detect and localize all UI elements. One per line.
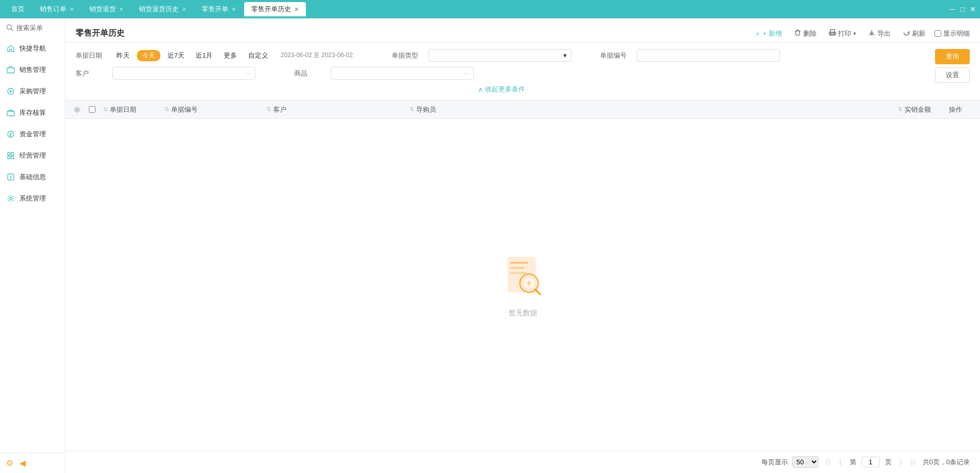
show-detail-label: 显示明细 — [943, 29, 970, 38]
tab-sales-return-history-label: 销货退货历史 — [139, 5, 179, 14]
customer-input[interactable]: ··· — [112, 67, 255, 80]
svg-rect-19 — [510, 272, 527, 274]
tab-retail-order-label: 零售开单 — [202, 5, 228, 14]
svg-point-14 — [834, 33, 835, 34]
date-option-yesterday[interactable]: 昨天 — [112, 50, 134, 61]
svg-point-11 — [10, 197, 12, 200]
tab-sales-return-history-close[interactable]: ✕ — [182, 6, 186, 13]
svg-rect-8 — [8, 156, 10, 159]
select-all-input[interactable] — [89, 106, 95, 113]
refresh-button[interactable]: 刷新 — [900, 27, 928, 40]
customer-label: 客户 — [76, 69, 104, 78]
date-options: 昨天 今天 近7天 近1月 更多 自定义 — [112, 50, 272, 61]
th-customer-label: 客户 — [273, 105, 286, 114]
tab-home[interactable]: 首页 — [4, 2, 32, 16]
close-btn[interactable]: ✕ — [970, 5, 976, 13]
number-input[interactable] — [637, 49, 780, 62]
finance-icon — [6, 130, 15, 139]
sidebar-item-inventory[interactable]: 库存核算 — [0, 102, 65, 123]
select-all-checkbox[interactable] — [85, 106, 99, 113]
tab-sales-order[interactable]: 销售订单 ✕ — [33, 2, 81, 16]
export-button[interactable]: 导出 — [865, 27, 894, 40]
tab-sales-order-close[interactable]: ✕ — [69, 6, 74, 13]
page-label-suffix: 页 — [882, 457, 895, 468]
th-customer[interactable]: ⇅ 客户 — [262, 105, 405, 114]
sidebar-item-system[interactable]: 系统管理 — [0, 188, 65, 209]
print-button[interactable]: 打印 ▾ — [826, 27, 859, 40]
sidebar-item-purchase-label: 采购管理 — [19, 87, 46, 96]
minimize-btn[interactable]: ─ — [950, 5, 955, 13]
sidebar-item-quick-nav[interactable]: 快捷导航 — [0, 38, 65, 59]
th-date[interactable]: ⇅ 单据日期 — [99, 105, 160, 114]
th-amount[interactable]: ⇅ 实销金额 — [874, 105, 935, 114]
table-header: ⇅ 单据日期 ⇅ 单据编号 ⇅ 客户 ⇅ 导购员 ⇅ 实销 — [65, 101, 980, 119]
print-dropdown-icon: ▾ — [853, 31, 856, 36]
delete-button[interactable]: 删除 — [791, 27, 820, 40]
page-title: 零售开单历史 — [76, 28, 125, 39]
sidebar-item-purchase[interactable]: 采购管理 — [0, 81, 65, 102]
first-page-btn[interactable]: ⟨⟨ — [823, 457, 834, 467]
date-option-today[interactable]: 今天 — [137, 50, 160, 61]
empty-state: 暂无数据 — [65, 119, 980, 451]
sidebar-search-label: 搜索采单 — [16, 23, 43, 33]
svg-rect-17 — [510, 262, 528, 264]
tab-retail-history-label: 零售开单历史 — [251, 5, 291, 14]
page-header: 零售开单历史 ＋ + 新增 删除 — [65, 18, 980, 43]
tab-retail-history[interactable]: 零售开单历史 ✕ — [244, 2, 306, 16]
refresh-icon — [903, 29, 910, 38]
tab-sales-order-label: 销售订单 — [40, 5, 66, 14]
page-number-input[interactable] — [862, 457, 880, 467]
sales-icon — [6, 65, 15, 74]
tab-sales-return-history[interactable]: 销货退货历史 ✕ — [132, 2, 194, 16]
sidebar-item-sales[interactable]: 销售管理 — [0, 59, 65, 81]
goods-input[interactable]: ··· — [331, 67, 474, 80]
setting-button[interactable]: 设置 — [935, 67, 970, 83]
sort-icon-customer: ⇅ — [267, 106, 271, 113]
show-detail-checkbox[interactable]: 显示明细 — [935, 29, 970, 38]
add-button[interactable]: ＋ + 新增 — [751, 27, 785, 40]
last-page-btn[interactable]: ⟩⟩ — [907, 457, 919, 467]
svg-rect-4 — [7, 111, 14, 116]
date-option-custom[interactable]: 自定义 — [244, 50, 272, 61]
prev-page-btn[interactable]: ⟨ — [836, 457, 845, 467]
pagination: 每页显示 20 50 100 200 ⟨⟨ ⟨ 第 页 ⟩ ⟩⟩ 共0页，0条记… — [65, 451, 980, 473]
sidebar-item-finance-label: 资金管理 — [19, 130, 46, 139]
maximize-btn[interactable]: □ — [961, 5, 965, 13]
export-icon — [868, 29, 875, 38]
svg-rect-7 — [11, 153, 14, 155]
number-label: 单据编号 — [600, 51, 629, 60]
basic-info-icon — [6, 172, 15, 182]
date-option-7days[interactable]: 近7天 — [163, 50, 188, 61]
next-page-btn[interactable]: ⟩ — [897, 457, 905, 467]
tab-home-label: 首页 — [11, 5, 25, 14]
inventory-icon — [6, 108, 15, 117]
per-page-select[interactable]: 20 50 100 200 — [792, 456, 819, 468]
empty-icon — [497, 252, 548, 303]
sidebar-item-operations[interactable]: 经营管理 — [0, 145, 65, 166]
tab-sales-return[interactable]: 销货退货 ✕ — [82, 2, 131, 16]
sidebar-search[interactable]: 搜索采单 — [0, 18, 65, 38]
date-option-more[interactable]: 更多 — [220, 50, 241, 61]
tab-retail-order-close[interactable]: ✕ — [231, 6, 236, 13]
type-select[interactable]: ▾ — [428, 49, 571, 62]
show-detail-input[interactable] — [935, 30, 941, 37]
tab-sales-return-close[interactable]: ✕ — [119, 6, 124, 13]
th-number[interactable]: ⇅ 单据编号 — [160, 105, 262, 114]
settings-icon[interactable]: ⚙ — [6, 458, 13, 468]
th-guide[interactable]: ⇅ 导购员 — [405, 105, 487, 114]
sidebar-item-basic-info[interactable]: 基础信息 — [0, 166, 65, 188]
main-layout: 搜索采单 快捷导航 销售管理 — [0, 18, 980, 473]
query-button[interactable]: 查询 — [935, 49, 970, 64]
svg-line-1 — [11, 29, 13, 31]
date-option-1month[interactable]: 近1月 — [192, 50, 217, 61]
tab-retail-order[interactable]: 零售开单 ✕ — [195, 2, 243, 16]
tab-retail-history-close[interactable]: ✕ — [294, 6, 299, 13]
date-label: 单据日期 — [76, 51, 104, 60]
collapse-sidebar-icon[interactable]: ◀ — [19, 458, 26, 468]
delete-label: 删除 — [803, 29, 817, 38]
sidebar-item-operations-label: 经营管理 — [19, 151, 46, 160]
column-settings-btn[interactable] — [69, 106, 85, 113]
sidebar: 搜索采单 快捷导航 销售管理 — [0, 18, 65, 473]
sidebar-item-finance[interactable]: 资金管理 — [0, 123, 65, 145]
collapse-btn[interactable]: ∧ 收起更多条件 — [76, 85, 927, 94]
